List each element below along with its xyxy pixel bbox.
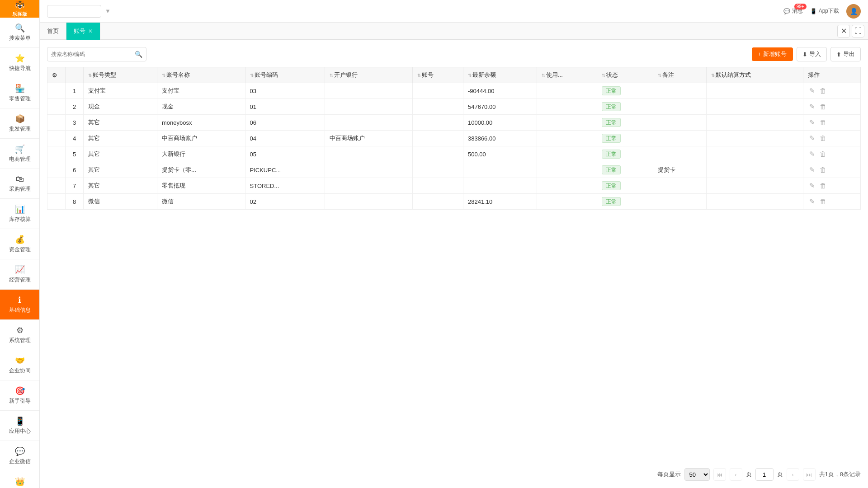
- edit-button[interactable]: ✎: [809, 103, 815, 110]
- col-status[interactable]: ⇅状态: [597, 67, 653, 83]
- row-settle: [706, 194, 803, 210]
- edit-button[interactable]: ✎: [809, 182, 815, 189]
- sidebar-item-retail[interactable]: 🏪零售管理: [0, 78, 39, 108]
- member-icon: 👑: [15, 477, 25, 487]
- edit-button[interactable]: ✎: [809, 150, 815, 158]
- row-usage: [537, 146, 597, 162]
- row-settle: [706, 162, 803, 178]
- sidebar-item-shortcut[interactable]: ⭐快捷导航: [0, 48, 39, 78]
- col-note[interactable]: ⇅备注: [653, 67, 707, 83]
- row-usage: [537, 178, 597, 194]
- col-action: 操作: [803, 67, 860, 83]
- col-type[interactable]: ⇅账号类型: [84, 67, 157, 83]
- row-code: 02: [245, 194, 325, 210]
- sidebar-item-label: 企业协同: [9, 367, 31, 375]
- sidebar-item-wholesale[interactable]: 📦批发管理: [0, 108, 39, 139]
- edit-button[interactable]: ✎: [809, 166, 815, 174]
- sidebar-item-operation[interactable]: 📈经营管理: [0, 259, 39, 290]
- delete-button[interactable]: 🗑: [820, 150, 826, 158]
- sidebar-item-system[interactable]: ⚙系统管理: [0, 320, 39, 350]
- col-usage[interactable]: ⇅使用...: [537, 67, 597, 83]
- row-account: [413, 178, 463, 194]
- delete-button[interactable]: 🗑: [820, 197, 826, 205]
- top-search-input[interactable]: [47, 5, 101, 18]
- row-note: [653, 178, 707, 194]
- sidebar-item-enterprise[interactable]: 🤝企业协同: [0, 350, 39, 380]
- sidebar-item-inventory[interactable]: 📊库存核算: [0, 199, 39, 229]
- search-input[interactable]: [51, 51, 135, 57]
- col-code[interactable]: ⇅账号编码: [245, 67, 325, 83]
- page-size-select[interactable]: 50 100 200: [684, 468, 710, 481]
- tab-home[interactable]: 首页: [40, 23, 66, 40]
- row-balance: [463, 162, 537, 178]
- sidebar-item-guide[interactable]: 🎯新手引导: [0, 380, 39, 411]
- dropdown-icon[interactable]: ▼: [105, 8, 111, 14]
- guide-icon: 🎯: [15, 386, 25, 396]
- row-balance: 10000.00: [463, 115, 537, 131]
- col-settle[interactable]: ⇅默认结算方式: [706, 67, 803, 83]
- row-usage: [537, 131, 597, 146]
- pagination-bar: 每页显示 50 100 200 ⏮ ‹ 页 页 › ⏭ 共1页，8条记录: [47, 463, 861, 481]
- col-balance[interactable]: ⇅最新余额: [463, 67, 537, 83]
- import-button[interactable]: ⬇ 导入: [797, 47, 827, 61]
- delete-button[interactable]: 🗑: [820, 134, 826, 142]
- delete-button[interactable]: 🗑: [820, 87, 826, 94]
- edit-button[interactable]: ✎: [809, 87, 815, 94]
- col-bank[interactable]: ⇅开户银行: [325, 67, 412, 83]
- delete-button[interactable]: 🗑: [820, 103, 826, 110]
- user-avatar[interactable]: 👤: [846, 4, 861, 19]
- sidebar-item-member[interactable]: 👑畅会员: [0, 471, 39, 488]
- sidebar-item-label: 新手引导: [9, 397, 31, 405]
- sidebar-item-label: 资金管理: [9, 246, 31, 253]
- page-input[interactable]: [755, 468, 774, 481]
- inventory-icon: 📊: [15, 204, 25, 214]
- table-row: 4 其它 中百商场账户 04 中百商场账户 383866.00 正常 ✎ 🗑: [47, 131, 861, 146]
- delete-button[interactable]: 🗑: [820, 118, 826, 126]
- sidebar-item-purchase[interactable]: 🛍采购管理: [0, 169, 39, 199]
- sidebar-item-appcenter[interactable]: 📱应用中心: [0, 411, 39, 441]
- delete-button[interactable]: 🗑: [820, 182, 826, 189]
- sidebar-item-label: 批发管理: [9, 125, 31, 133]
- row-actions: ✎ 🗑: [803, 194, 860, 210]
- tab-account[interactable]: 账号✕: [66, 23, 100, 40]
- sidebar-item-wecom[interactable]: 💬企业微信: [0, 441, 39, 471]
- col-num: [66, 67, 84, 83]
- edit-button[interactable]: ✎: [809, 197, 815, 205]
- sidebar-item-ecommerce[interactable]: 🛒电商管理: [0, 139, 39, 169]
- delete-button[interactable]: 🗑: [820, 166, 826, 174]
- row-type: 现金: [84, 99, 157, 115]
- edit-button[interactable]: ✎: [809, 118, 815, 126]
- tab-close-icon[interactable]: ✕: [88, 28, 93, 34]
- export-button[interactable]: ⬆ 导出: [830, 47, 861, 61]
- row-code: 05: [245, 146, 325, 162]
- search-icon[interactable]: 🔍: [135, 51, 142, 58]
- add-account-button[interactable]: + 新增账号: [752, 47, 793, 61]
- settings-icon[interactable]: ⚙: [52, 72, 57, 79]
- tab-close-all-button[interactable]: ✕: [837, 25, 850, 38]
- next-page-button[interactable]: ›: [787, 468, 799, 481]
- table-row: 1 支付宝 支付宝 03 -90444.00 正常 ✎ 🗑: [47, 83, 861, 99]
- first-page-button[interactable]: ⏮: [713, 468, 726, 481]
- row-type: 支付宝: [84, 83, 157, 99]
- col-account[interactable]: ⇅账号: [413, 67, 463, 83]
- content-area: 🔍 + 新增账号 ⬇ 导入 ⬆ 导出 ⚙ ⇅账号类型: [40, 40, 868, 488]
- edit-button[interactable]: ✎: [809, 134, 815, 142]
- sidebar-item-finance[interactable]: 💰资金管理: [0, 229, 39, 259]
- app-download-button[interactable]: 📱 App下载: [810, 7, 839, 15]
- sidebar-item-label: 零售管理: [9, 95, 31, 103]
- sidebar-item-search[interactable]: 🔍搜索菜单: [0, 18, 39, 48]
- row-status: 正常: [597, 83, 653, 99]
- prev-page-button[interactable]: ‹: [730, 468, 742, 481]
- status-badge: 正常: [602, 86, 621, 95]
- message-button[interactable]: 💬 消息 99+: [783, 7, 803, 15]
- total-label: 共1页，8条记录: [819, 470, 861, 479]
- col-name[interactable]: ⇅账号名称: [157, 67, 245, 83]
- tab-fullscreen-button[interactable]: ⛶: [852, 25, 864, 38]
- col-gear[interactable]: ⚙: [47, 67, 66, 83]
- row-note: [653, 99, 707, 115]
- sidebar-item-basic[interactable]: ℹ基础信息: [0, 290, 39, 320]
- row-status: 正常: [597, 178, 653, 194]
- row-note: [653, 131, 707, 146]
- last-page-button[interactable]: ⏭: [803, 468, 816, 481]
- row-num: 5: [66, 146, 84, 162]
